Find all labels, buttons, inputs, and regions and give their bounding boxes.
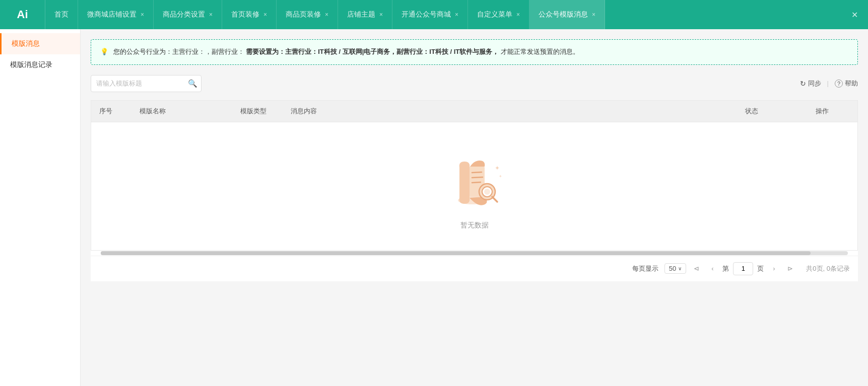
toolbar-right: ↻ 同步 | ? 帮助 [800,79,858,88]
main-content: 💡 您的公众号行业为：主营行业：，副营行业： 需要设置为：主营行业：IT科技 /… [81,29,868,386]
col-content: 消息内容 [283,100,737,122]
next-page-button[interactable]: › [768,263,780,275]
global-close-button[interactable]: ✕ [841,10,868,20]
tab-template-msg[interactable]: 公众号模版消息 × [529,0,605,29]
scroll-thumb [101,251,811,255]
tab-bar: Ai 首页 微商城店铺设置 × 商品分类设置 × 首页装修 × 商品页装修 × … [0,0,868,29]
tab-close-wechat-shop[interactable]: × [141,11,144,18]
svg-line-7 [492,197,497,202]
main-layout: 模版消息 模版消息记录 💡 您的公众号行业为：主营行业：，副营行业： 需要设置为… [0,29,868,386]
tab-close-product-decoration[interactable]: × [325,11,328,18]
empty-illustration: ✦ ✦ [444,152,505,213]
tab-wechat-shop[interactable]: 微商城店铺设置 × [78,0,154,29]
first-page-button[interactable]: ⊲ [690,263,702,275]
search-bar: 🔍 ↻ 同步 | ? 帮助 [91,75,858,92]
svg-text:✦: ✦ [499,174,502,179]
tab-home[interactable]: 首页 [45,0,78,29]
last-page-button[interactable]: ⊳ [784,263,796,275]
tab-product-category[interactable]: 商品分类设置 × [154,0,222,29]
tab-open-mall[interactable]: 开通公众号商城 × [392,0,468,29]
sidebar: 模版消息 模版消息记录 [0,29,81,386]
current-page-input[interactable] [733,262,753,275]
tab-close-open-mall[interactable]: × [455,11,458,18]
col-status: 状态 [737,100,808,122]
sync-icon: ↻ [800,80,806,88]
search-input-wrap: 🔍 [91,75,202,92]
col-action: 操作 [808,100,858,122]
tab-shop-theme[interactable]: 店铺主题 × [338,0,392,29]
tab-close-custom-menu[interactable]: × [516,11,520,18]
tab-custom-menu[interactable]: 自定义菜单 × [468,0,529,29]
svg-text:✦: ✦ [495,165,500,172]
page-size-select[interactable]: 50 ∨ [664,263,686,274]
chevron-down-icon: ∨ [678,266,682,271]
empty-state: ✦ ✦ 暂无数据 [91,122,857,250]
tab-product-decoration[interactable]: 商品页装修 × [277,0,338,29]
notice-icon: 💡 [100,48,108,55]
page-size-label: 每页显示 [632,264,658,273]
search-icon[interactable]: 🔍 [188,79,197,88]
scroll-track [101,251,848,255]
data-table: 序号 模版名称 模版类型 消息内容 状态 操作 [91,100,858,251]
total-info: 共0页, 0条记录 [806,264,850,273]
table-header-row: 序号 模版名称 模版类型 消息内容 状态 操作 [91,100,858,122]
help-icon: ? [835,80,843,88]
search-input[interactable] [91,75,202,92]
notice-highlight: 需要设置为：主营行业：IT科技 / 互联网|电子商务，副营行业：IT科技 / I… [246,48,499,55]
col-name: 模版名称 [131,100,232,122]
col-type: 模版类型 [232,100,283,122]
help-button[interactable]: ? 帮助 [835,79,858,88]
svg-line-2 [472,172,482,173]
page-label-before: 第 [722,264,729,273]
tab-home-decoration[interactable]: 首页装修 × [222,0,277,29]
empty-row: ✦ ✦ 暂无数据 [91,122,858,250]
notice-box: 💡 您的公众号行业为：主营行业：，副营行业： 需要设置为：主营行业：IT科技 /… [91,39,858,65]
sync-button[interactable]: ↻ 同步 [800,79,821,88]
page-label-after: 页 [757,264,764,273]
tab-close-shop-theme[interactable]: × [379,11,383,18]
svg-line-4 [472,182,481,183]
prev-page-button[interactable]: ‹ [706,263,718,275]
scroll-area[interactable] [91,251,858,256]
toolbar-divider: | [827,80,829,87]
table-body: ✦ ✦ 暂无数据 [91,122,858,250]
sidebar-item-template-message-record[interactable]: 模版消息记录 [0,54,80,75]
tab-close-product-category[interactable]: × [209,11,213,18]
col-seq: 序号 [91,100,131,122]
app-logo: Ai [0,0,45,29]
pagination: 每页显示 50 ∨ ⊲ ‹ 第 页 › ⊳ 共0页, 0条记录 [91,256,858,281]
tab-close-template-msg[interactable]: × [592,11,595,18]
svg-line-3 [472,177,483,178]
tab-close-home-decoration[interactable]: × [263,11,267,18]
svg-point-8 [484,189,490,195]
empty-text: 暂无数据 [460,221,489,230]
sidebar-item-template-message[interactable]: 模版消息 [0,33,80,54]
